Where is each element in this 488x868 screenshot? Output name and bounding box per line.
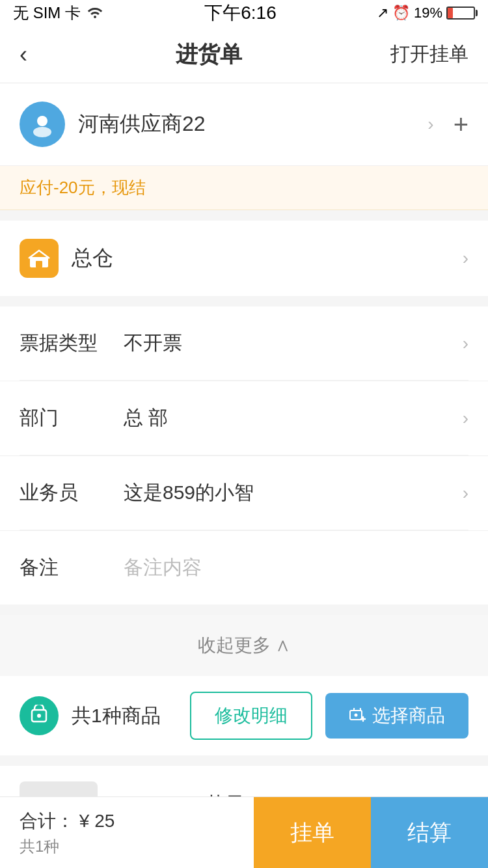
supplier-section: 河南供应商22 › + 应付-20元，现结 — [0, 83, 488, 210]
invoice-type-label: 票据类型 — [20, 330, 111, 357]
bottom-bar: 合计： ¥ 25 共1种 挂单 结算 — [0, 796, 488, 868]
total-row: 合计： ¥ 25 — [20, 809, 234, 834]
alarm-icon: ⏰ — [392, 5, 410, 21]
wifi-icon — [86, 4, 104, 22]
salesperson-value: 这是859的小智 — [111, 480, 463, 506]
warehouse-row[interactable]: 总仓 › — [0, 221, 488, 296]
salesperson-row[interactable]: 业务员 这是859的小智 › — [0, 455, 488, 530]
department-value: 总 部 — [111, 405, 463, 431]
select-product-label: 选择商品 — [372, 703, 445, 728]
checkout-button[interactable]: 结算 — [371, 797, 488, 868]
warehouse-chevron-icon: › — [463, 248, 468, 269]
salesperson-chevron-icon: › — [463, 483, 468, 504]
status-bar: 无 SIM 卡 下午6:16 ↗ ⏰ 19% — [0, 0, 488, 26]
supplier-row[interactable]: 河南供应商22 › + — [0, 83, 488, 166]
salesperson-label: 业务员 — [20, 480, 111, 506]
remark-value[interactable]: 备注内容 — [111, 554, 468, 581]
form-section: 票据类型 不开票 › 部门 总 部 › 业务员 这是859的小智 › 备注 备注… — [0, 306, 488, 604]
svg-rect-3 — [36, 261, 42, 267]
notice-bar: 应付-20元，现结 — [0, 166, 488, 210]
bottom-total: 合计： ¥ 25 共1种 — [0, 797, 254, 868]
svg-point-5 — [37, 714, 41, 718]
total-amount: ¥ 25 — [79, 811, 115, 831]
total-sub-label: 共1种 — [20, 836, 234, 857]
nav-bar: ‹ 进货单 打开挂单 — [0, 26, 488, 83]
remark-row[interactable]: 备注 备注内容 — [0, 530, 488, 604]
status-left: 无 SIM 卡 — [13, 3, 104, 23]
total-label: 合计： — [20, 811, 74, 831]
back-button[interactable]: ‹ — [20, 41, 27, 68]
remark-label: 备注 — [20, 554, 111, 581]
status-time: 下午6:16 — [204, 1, 277, 25]
invoice-type-value: 不开票 — [111, 330, 463, 357]
carrier-label: 无 SIM 卡 — [13, 3, 81, 23]
battery-percent: 19% — [414, 5, 442, 21]
product-count-label: 共1种商品 — [72, 703, 177, 729]
department-row[interactable]: 部门 总 部 › — [0, 381, 488, 455]
warehouse-icon — [20, 239, 59, 278]
select-product-button[interactable]: 选择商品 — [325, 693, 468, 739]
product-count-icon — [20, 696, 59, 735]
svg-point-1 — [33, 127, 51, 137]
invoice-type-chevron-icon: › — [463, 333, 468, 354]
department-label: 部门 — [20, 405, 111, 431]
hang-button[interactable]: 挂单 — [254, 797, 371, 868]
svg-point-0 — [37, 116, 47, 126]
battery-icon — [446, 7, 475, 20]
add-button[interactable]: + — [454, 110, 468, 139]
supplier-chevron-icon: › — [427, 114, 433, 135]
warehouse-label: 总仓 — [72, 244, 463, 273]
invoice-type-row[interactable]: 票据类型 不开票 › — [0, 306, 488, 380]
collapse-label: 收起更多 ∧ — [198, 633, 291, 658]
department-chevron-icon: › — [463, 408, 468, 429]
collapse-row[interactable]: 收起更多 ∧ — [0, 615, 488, 676]
status-right: ↗ ⏰ 19% — [377, 5, 475, 21]
product-toolbar: 共1种商品 修改明细 选择商品 — [0, 676, 488, 755]
supplier-avatar — [20, 102, 65, 147]
supplier-name: 河南供应商22 — [78, 110, 427, 139]
location-icon: ↗ — [377, 5, 388, 21]
svg-point-7 — [355, 714, 358, 717]
edit-detail-button[interactable]: 修改明细 — [190, 692, 312, 740]
warehouse-section[interactable]: 总仓 › — [0, 221, 488, 296]
open-hang-button[interactable]: 打开挂单 — [390, 41, 468, 68]
page-title: 进货单 — [176, 40, 242, 70]
